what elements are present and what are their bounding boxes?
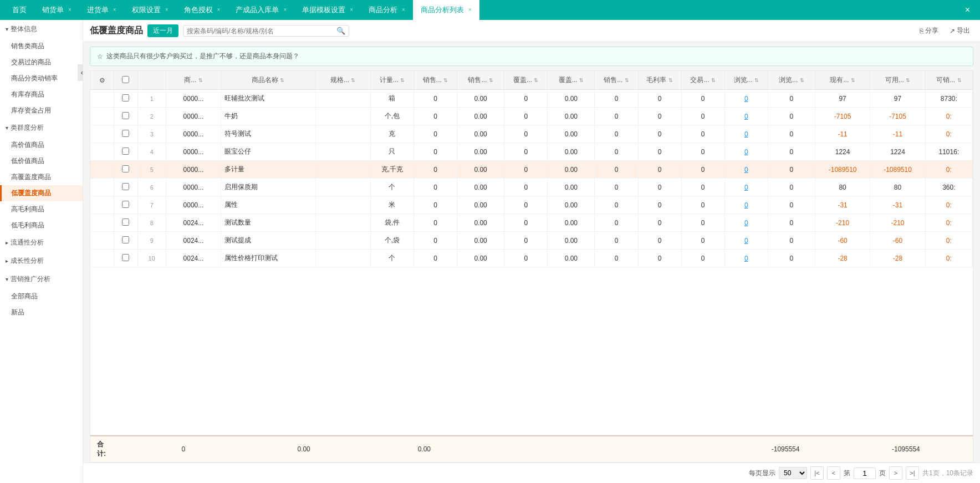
row-cover-count: 0 [504, 108, 548, 125]
per-page-select[interactable]: 50 20 100 200 [779, 467, 807, 479]
close-icon[interactable]: × [113, 0, 116, 20]
row-browse1[interactable]: 0 [724, 232, 768, 250]
row-checkbox[interactable] [114, 90, 138, 108]
table-container[interactable]: ⚙ 商... ⇅ 商品名称 ⇅ [90, 70, 973, 435]
sidebar-section-cluster[interactable]: ▾ 类群度分析 [0, 119, 83, 137]
close-icon[interactable]: × [350, 0, 353, 20]
window-close-button[interactable]: × [959, 5, 976, 15]
th-spec[interactable]: 规格... ⇅ [315, 71, 370, 90]
th-settings: ⚙ [90, 71, 114, 90]
sidebar-section-overall[interactable]: ▾ 整体信息 [0, 20, 83, 38]
row-browse1[interactable]: 0 [724, 196, 768, 214]
row-select-checkbox[interactable] [122, 165, 129, 172]
prev-page-button[interactable]: < [827, 466, 840, 480]
row-browse1[interactable]: 0 [724, 214, 768, 232]
share-button[interactable]: ⎘ 分享 [916, 24, 942, 37]
sidebar-item-new-goods[interactable]: 新品 [0, 304, 83, 321]
row-checkbox[interactable] [114, 108, 138, 125]
search-icon[interactable]: 🔍 [336, 27, 345, 35]
row-checkbox[interactable] [114, 179, 138, 196]
row-checkbox[interactable] [114, 161, 138, 179]
row-browse1[interactable]: 0 [724, 143, 768, 161]
row-select-checkbox[interactable] [122, 148, 129, 155]
sidebar-collapse-button[interactable]: « [78, 64, 83, 81]
row-select-checkbox[interactable] [122, 94, 129, 101]
th-browse2[interactable]: 浏览... ⇅ [768, 71, 815, 90]
export-button[interactable]: ↗ 导出 [946, 24, 973, 37]
sidebar-item-traded-goods[interactable]: 交易过的商品 [0, 54, 83, 70]
sidebar-item-stock-capital[interactable]: 库存资金占用 [0, 103, 83, 119]
th-sales-days[interactable]: 销售... ⇅ [595, 71, 638, 90]
th-sales-qty[interactable]: 销售... ⇅ [414, 71, 457, 90]
sidebar-item-high-value[interactable]: 高价值商品 [0, 137, 83, 153]
row-checkbox[interactable] [114, 232, 138, 250]
next-page-button[interactable]: > [889, 466, 902, 480]
row-select-checkbox[interactable] [122, 112, 129, 119]
nav-tab-home[interactable]: 首页 [4, 0, 34, 20]
row-browse1[interactable]: 0 [724, 250, 768, 267]
row-select-checkbox[interactable] [122, 130, 129, 137]
nav-tab-purchase[interactable]: 进货单 × [79, 0, 124, 20]
row-select-checkbox[interactable] [122, 236, 129, 243]
th-name[interactable]: 商品名称 ⇅ [221, 71, 315, 90]
th-available[interactable]: 可用... ⇅ [870, 71, 925, 90]
sidebar-section-flow[interactable]: ▸ 流通性分析 [0, 233, 83, 252]
row-browse1[interactable]: 0 [724, 125, 768, 143]
sidebar-section-growth[interactable]: ▸ 成长性分析 [0, 252, 83, 270]
sidebar-item-all-goods[interactable]: 全部商品 [0, 288, 83, 304]
row-browse1[interactable]: 0 [724, 179, 768, 196]
close-icon[interactable]: × [68, 0, 72, 20]
th-cover-count[interactable]: 覆盖... ⇅ [504, 71, 548, 90]
nav-tab-template[interactable]: 单据模板设置 × [294, 0, 361, 20]
th-gross-rate[interactable]: 毛利率 ⇅ [638, 71, 681, 90]
sidebar-item-sales-goods[interactable]: 销售类商品 [0, 38, 83, 54]
row-select-checkbox[interactable] [122, 201, 129, 208]
row-browse1[interactable]: 0 [724, 90, 768, 108]
close-icon[interactable]: × [165, 0, 169, 20]
row-select-checkbox[interactable] [122, 183, 129, 190]
close-icon[interactable]: × [468, 0, 472, 20]
close-icon[interactable]: × [283, 0, 287, 20]
sidebar-item-low-coverage[interactable]: 低覆盖度商品 [0, 185, 83, 201]
sidebar-item-high-coverage[interactable]: 高覆盖度商品 [0, 169, 83, 185]
row-browse1[interactable]: 0 [724, 108, 768, 125]
row-sales-qty: 0 [414, 125, 457, 143]
sidebar-item-high-profit[interactable]: 高毛利商品 [0, 201, 83, 217]
row-checkbox[interactable] [114, 125, 138, 143]
nav-tab-permission[interactable]: 权限设置 × [124, 0, 176, 20]
th-trans[interactable]: 交易... ⇅ [681, 71, 724, 90]
current-page-input[interactable] [854, 467, 876, 479]
th-sales-amt[interactable]: 销售... ⇅ [457, 71, 504, 90]
th-browse1[interactable]: 浏览... ⇅ [724, 71, 768, 90]
th-cover-rate[interactable]: 覆盖... ⇅ [548, 71, 595, 90]
settings-icon[interactable]: ⚙ [99, 77, 105, 84]
row-checkbox[interactable] [114, 196, 138, 214]
row-select-checkbox[interactable] [122, 218, 129, 226]
date-filter-button[interactable]: 近一月 [147, 24, 178, 37]
sidebar-item-low-profit[interactable]: 低毛利商品 [0, 217, 83, 233]
first-page-button[interactable]: |< [810, 466, 824, 480]
th-code[interactable]: 商... ⇅ [166, 71, 221, 90]
row-select-checkbox[interactable] [122, 254, 129, 261]
row-browse1[interactable]: 0 [724, 161, 768, 179]
nav-tab-analysis-list[interactable]: 商品分析列表 × [413, 0, 479, 20]
last-page-button[interactable]: >| [906, 466, 919, 480]
nav-tab-sales[interactable]: 销货单 × [34, 0, 79, 20]
search-input[interactable] [187, 27, 334, 35]
nav-tab-finished-goods[interactable]: 产成品入库单 × [228, 0, 294, 20]
nav-tab-analysis[interactable]: 商品分析 × [361, 0, 413, 20]
th-unit[interactable]: 计量... ⇅ [370, 71, 414, 90]
th-stock-now[interactable]: 现有... ⇅ [815, 71, 870, 90]
close-icon[interactable]: × [402, 0, 405, 20]
sidebar-item-has-stock[interactable]: 有库存商品 [0, 87, 83, 103]
nav-tab-role[interactable]: 角色授权 × [176, 0, 228, 20]
row-checkbox[interactable] [114, 214, 138, 232]
row-checkbox[interactable] [114, 250, 138, 267]
th-sellable[interactable]: 可销... ⇅ [925, 71, 972, 90]
sidebar-section-marketing[interactable]: ▾ 营销推广分析 [0, 270, 83, 288]
close-icon[interactable]: × [217, 0, 221, 20]
sidebar-item-category-rate[interactable]: 商品分类动销率 [0, 70, 83, 87]
sidebar-item-low-value[interactable]: 低价值商品 [0, 153, 83, 169]
row-checkbox[interactable] [114, 143, 138, 161]
select-all-checkbox[interactable] [122, 76, 129, 83]
